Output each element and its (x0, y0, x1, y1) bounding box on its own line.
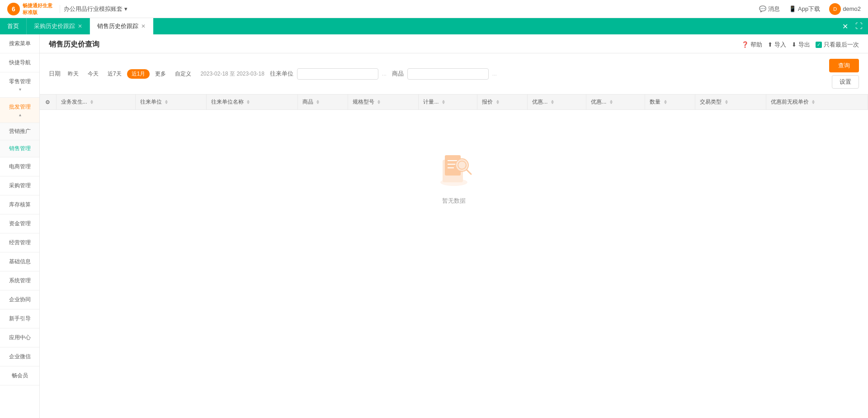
app-download-btn[interactable]: 📱 App下载 (789, 5, 820, 13)
col-partner-code[interactable]: 往来单位 (136, 95, 207, 110)
sort-icon-transaction (725, 100, 728, 104)
help-btn[interactable]: ❓ 帮助 (741, 41, 762, 49)
chevron-down-icon: ▾ (124, 5, 127, 12)
col-pre-discount-price[interactable]: 优惠前无税单价 (766, 95, 868, 110)
col-discount2[interactable]: 优惠... (586, 95, 645, 110)
help-icon: ❓ (741, 41, 749, 48)
date-btn-1month[interactable]: 近1月 (127, 69, 150, 79)
logo-area: 6 畅捷通好生意 标准版 (7, 2, 52, 15)
sort-icon-product (316, 100, 319, 104)
partner-label: 往来单位 (270, 70, 293, 78)
sort-icon-unit (442, 100, 445, 104)
sidebar-item-wholesale[interactable]: 批发管理 ▴ (0, 98, 39, 123)
query-button[interactable]: 查询 (829, 59, 859, 72)
date-range-text: 2023-02-18 至 2023-03-18 (200, 70, 264, 78)
sidebar-item-member[interactable]: 畅会员 (0, 366, 39, 385)
maximize-icon[interactable]: ⛶ (854, 20, 864, 32)
tab-close-sales[interactable]: ✕ (141, 24, 146, 29)
sort-icon-spec (377, 100, 380, 104)
logo-icon: 6 (7, 3, 20, 15)
logo-text: 畅捷通好生意 标准版 (23, 2, 52, 15)
sidebar-item-marketing[interactable]: 营销推广 (0, 123, 39, 140)
header-right: 💬 消息 📱 App下载 D demo2 (759, 3, 861, 15)
date-btn-more[interactable]: 更多 (151, 69, 170, 79)
col-biz-date[interactable]: 业务发生... (56, 95, 136, 110)
tab-sales-history[interactable]: 销售历史价跟踪 ✕ (90, 18, 153, 34)
sort-icon-discount1 (551, 100, 554, 104)
export-btn[interactable]: ⬇ 导出 (792, 41, 810, 49)
col-spec[interactable]: 规格型号 (348, 95, 419, 110)
sidebar-item-app-center[interactable]: 应用中心 (0, 328, 39, 347)
sidebar-item-finance[interactable]: 资金管理 (0, 214, 39, 233)
date-filter: 日期 昨天 今天 近7天 近1月 更多 自定义 2023-02-18 至 202… (49, 69, 264, 79)
date-btn-yesterday[interactable]: 昨天 (64, 69, 82, 79)
message-icon: 💬 (759, 5, 766, 12)
filter-area: 日期 昨天 今天 近7天 近1月 更多 自定义 2023-02-18 至 202… (40, 53, 868, 95)
sidebar-item-wechat[interactable]: 企业微信 (0, 347, 39, 366)
app-selector[interactable]: 办公用品行业模拟账套 ▾ (60, 5, 131, 13)
col-discount1[interactable]: 优惠... (528, 95, 586, 110)
sidebar-item-purchase[interactable]: 采购管理 (0, 176, 39, 195)
avatar: D (829, 3, 841, 15)
checkbox-icon: ✓ (816, 42, 822, 48)
col-transaction-type[interactable]: 交易类型 (695, 95, 766, 110)
tab-home[interactable]: 首页 (0, 18, 27, 34)
sidebar-item-basic-info[interactable]: 基础信息 (0, 252, 39, 271)
tab-purchase-history[interactable]: 采购历史价跟踪 ✕ (27, 18, 90, 34)
page-title: 销售历史价查询 (49, 40, 99, 49)
sort-icon-partner (165, 100, 168, 104)
sidebar-item-beginner[interactable]: 新手引导 (0, 309, 39, 328)
message-btn[interactable]: 💬 消息 (759, 5, 780, 13)
col-gear[interactable]: ⚙ (40, 95, 56, 110)
sidebar-item-search-menu[interactable]: 搜索菜单 (0, 34, 39, 53)
sidebar-item-retail[interactable]: 零售管理 ▾ (0, 72, 39, 98)
header-left: 6 畅捷通好生意 标准版 办公用品行业模拟账套 ▾ (7, 2, 131, 15)
close-window-icon[interactable]: ✕ (840, 20, 850, 33)
partner-input[interactable] (297, 68, 378, 80)
date-label: 日期 (49, 70, 61, 78)
sort-icon-partner-name (247, 100, 250, 104)
col-partner-name[interactable]: 往来单位名称 (206, 95, 297, 110)
import-btn[interactable]: ⬆ 导入 (768, 41, 786, 49)
retail-label: 零售管理 (9, 78, 31, 86)
sidebar-item-ecommerce[interactable]: 电商管理 (0, 157, 39, 176)
product-filter: 商品 ... (392, 68, 497, 80)
partner-dots: ... (382, 71, 387, 77)
quick-nav-label: 快捷导航 (9, 59, 31, 66)
date-btn-custom[interactable]: 自定义 (171, 69, 195, 79)
wholesale-label: 批发管理 (9, 103, 31, 111)
date-shortcuts: 昨天 今天 近7天 近1月 更多 自定义 (64, 69, 195, 79)
tab-close-purchase[interactable]: ✕ (78, 24, 82, 29)
sidebar-item-enterprise[interactable]: 企业协同 (0, 290, 39, 309)
content-area: 销售历史价查询 ❓ 帮助 ⬆ 导入 ⬇ 导出 ✓ 只看最后一次 (40, 34, 868, 418)
date-btn-7days[interactable]: 近7天 (104, 69, 125, 79)
sort-icon-quoted (496, 100, 499, 104)
page-header: 销售历史价查询 ❓ 帮助 ⬆ 导入 ⬇ 导出 ✓ 只看最后一次 (40, 34, 868, 53)
sort-icon-biz-date (90, 100, 93, 104)
app-download-icon: 📱 (789, 5, 796, 12)
sidebar-item-inventory[interactable]: 库存核算 (0, 195, 39, 214)
tab-bar: 首页 采购历史价跟踪 ✕ 销售历史价跟踪 ✕ ✕ ⛶ (0, 18, 868, 34)
sort-icon-pre-discount (812, 100, 815, 104)
col-unit[interactable]: 计量... (419, 95, 477, 110)
sidebar-item-sales-mgmt[interactable]: 销售管理 (0, 140, 39, 157)
sidebar-item-system[interactable]: 系统管理 (0, 271, 39, 290)
empty-illustration (431, 146, 476, 191)
sidebar-item-quick-nav[interactable]: 快捷导航 (0, 53, 39, 72)
product-input[interactable] (407, 68, 489, 80)
sidebar: 搜索菜单 快捷导航 零售管理 ▾ 批发管理 ▴ 营销推广 销售管理 电商管理 采… (0, 34, 40, 418)
user-profile[interactable]: D demo2 (829, 3, 861, 15)
import-icon: ⬆ (768, 41, 773, 48)
gear-icon: ⚙ (45, 99, 50, 105)
table-header-row: ⚙ 业务发生... 往来单位 (40, 95, 868, 110)
col-quantity[interactable]: 数量 (645, 95, 695, 110)
col-product[interactable]: 商品 (297, 95, 348, 110)
settings-button[interactable]: 设置 (832, 75, 859, 89)
col-quoted-price[interactable]: 报价 (477, 95, 528, 110)
only-last-checkbox[interactable]: ✓ 只看最后一次 (816, 41, 859, 49)
product-dots: ... (492, 71, 497, 77)
data-table: ⚙ 业务发生... 往来单位 (40, 95, 868, 110)
sidebar-item-operations[interactable]: 经营管理 (0, 233, 39, 252)
date-btn-today[interactable]: 今天 (84, 69, 102, 79)
page-actions: ❓ 帮助 ⬆ 导入 ⬇ 导出 ✓ 只看最后一次 (741, 41, 859, 49)
